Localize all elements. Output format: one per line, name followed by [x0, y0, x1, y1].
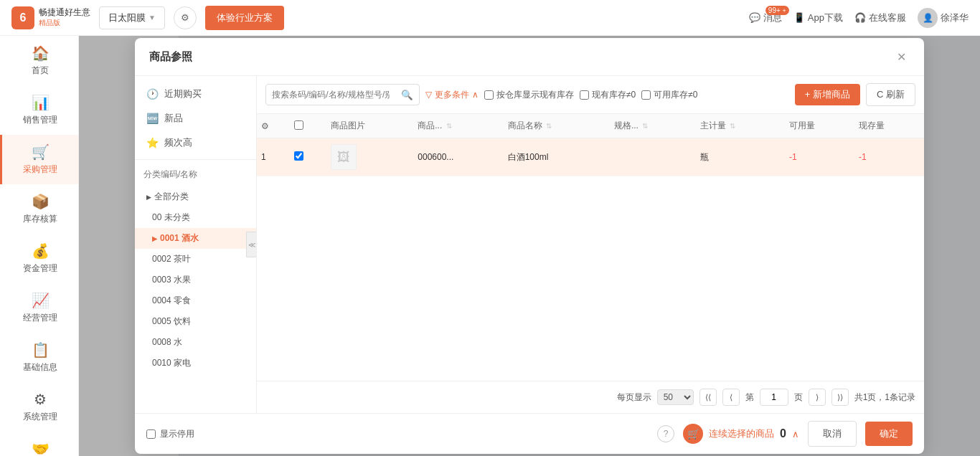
active-arrow-icon: ▶ [152, 235, 157, 242]
category-tree: ▶ 全部分类 00 未分类 ▶ 0001 酒水 0002 茶 [135, 184, 256, 376]
sales-icon: 📊 [32, 94, 50, 111]
recent-icon: 🕐 [146, 88, 159, 100]
message-badge: 99+ + [765, 6, 789, 15]
pagination-bar: 每页显示 50 100 200 ⟨⟨ ⟨ 第 页 ⟩ [257, 381, 924, 413]
category-00[interactable]: 00 未分类 [135, 207, 256, 228]
sidebar-item-enterprise[interactable]: 🤝 企业协同 [0, 432, 78, 456]
row-spec-cell [610, 138, 696, 176]
category-0003[interactable]: 0003 水果 [135, 270, 256, 290]
logo-badge: 精品版 [39, 18, 90, 28]
sidebar-item-finance[interactable]: 💰 资金管理 [0, 234, 78, 283]
finance-icon: 💰 [32, 242, 50, 260]
category-0010[interactable]: 0010 家电 [135, 353, 256, 374]
checkbox-stock-input[interactable] [580, 90, 589, 100]
select-all-checkbox[interactable] [294, 120, 303, 130]
add-product-button[interactable]: + 新增商品 [795, 84, 860, 105]
row-available-cell: -1 [785, 138, 854, 176]
col-available-header[interactable]: 可用量 [785, 114, 854, 138]
message-item[interactable]: 💬 消息 99+ + [749, 11, 782, 24]
logo-text: 畅捷通好生意 [39, 7, 90, 19]
basic-info-icon: 📋 [32, 341, 50, 358]
modal-body: 🕐 近期购买 🆕 新品 ⭐ 频次高 [135, 76, 924, 413]
page-number-input[interactable] [760, 389, 788, 406]
experience-button[interactable]: 体验行业方案 [205, 6, 284, 30]
system-icon: ⚙ [34, 391, 47, 408]
help-icon[interactable]: ? [657, 425, 674, 442]
arrow-icon: ▶ [146, 194, 151, 201]
product-table: ⚙ 商品图片 [257, 114, 924, 176]
col-spec-header[interactable]: 规格... ⇅ [610, 114, 696, 138]
modal-close-button[interactable]: ✕ [892, 48, 910, 65]
enterprise-icon: 🤝 [32, 440, 50, 456]
next-page-btn[interactable]: ⟩ [809, 389, 826, 406]
show-disabled-checkbox[interactable] [146, 429, 156, 439]
left-panel-collapse-btn[interactable]: ≪ [246, 232, 257, 257]
content-area: 查询 设置 刷新 商品参照 ✕ 🕐 [79, 36, 980, 456]
nav-right: 💬 消息 99+ + 📱 App下载 🎧 在线客服 👤 徐泽华 [749, 8, 969, 28]
sidebar-item-basic-info[interactable]: 📋 基础信息 [0, 333, 78, 382]
user-item[interactable]: 👤 徐泽华 [918, 8, 969, 28]
category-0002[interactable]: 0002 茶叶 [135, 249, 256, 270]
sidebar-item-purchase[interactable]: 🛒 采购管理 [0, 135, 78, 184]
sidebar-item-sales[interactable]: 📊 销售管理 [0, 85, 78, 135]
col-settings: ⚙ [257, 114, 290, 138]
refresh-button[interactable]: C 刷新 [866, 83, 915, 106]
new-product-item[interactable]: 🆕 新品 [135, 106, 256, 130]
modal-overlay: 商品参照 ✕ 🕐 近期购买 🆕 新品 [79, 36, 980, 456]
store-dropdown[interactable]: 日太阳膜 ▼ [99, 6, 165, 29]
last-page-btn[interactable]: ⟩⟩ [831, 389, 849, 406]
main-layout: 🏠 首页 📊 销售管理 🛒 采购管理 📦 库存核算 💰 资金管理 📈 经营管理 … [0, 36, 980, 456]
modal-title: 商品参照 [149, 50, 192, 64]
prev-page-btn[interactable]: ⟨ [722, 389, 740, 406]
category-0008[interactable]: 0008 水 [135, 332, 256, 353]
sort-spec-icon: ⇅ [642, 122, 648, 130]
logo-area: 6 畅捷通好生意 精品版 [11, 6, 90, 29]
avatar: 👤 [918, 8, 938, 28]
category-search-input[interactable] [143, 169, 251, 179]
row-checkbox[interactable] [294, 151, 303, 161]
cart-collapse-btn[interactable]: ∧ [792, 429, 799, 440]
inventory-icon: 📦 [32, 193, 50, 210]
top-nav: 6 畅捷通好生意 精品版 日太阳膜 ▼ ⚙ 体验行业方案 💬 消息 99+ + … [0, 0, 980, 36]
col-settings-icon[interactable]: ⚙ [261, 121, 269, 131]
col-unit-header[interactable]: 主计量 ⇅ [696, 114, 785, 138]
checkbox-available-input[interactable] [641, 90, 651, 100]
table-row[interactable]: 1 🖼 000600... 白酒100ml [257, 138, 924, 176]
col-name-header[interactable]: 商品名称 ⇅ [504, 114, 610, 138]
category-0004[interactable]: 0004 零食 [135, 290, 256, 311]
filter-button[interactable]: ▽ 更多条件 ∧ [425, 89, 479, 101]
sort-name-icon: ⇅ [546, 122, 552, 130]
home-icon: 🏠 [32, 44, 50, 62]
cart-icon: 🛒 [683, 424, 703, 444]
frequent-item[interactable]: ⭐ 频次高 [135, 130, 256, 155]
settings-icon[interactable]: ⚙ [174, 6, 197, 29]
sidebar-item-system[interactable]: ⚙ 系统管理 [0, 382, 78, 432]
col-stock-header[interactable]: 现存量 [854, 114, 924, 138]
recent-purchase-item[interactable]: 🕐 近期购买 [135, 82, 256, 106]
category-0001[interactable]: ▶ 0001 酒水 [135, 228, 256, 249]
business-icon: 📈 [32, 292, 50, 309]
row-stock-cell: -1 [854, 138, 924, 176]
category-0005[interactable]: 0005 饮料 [135, 311, 256, 332]
sidebar-item-business[interactable]: 📈 经营管理 [0, 283, 78, 333]
product-search-input[interactable] [266, 87, 395, 103]
sidebar-item-home[interactable]: 🏠 首页 [0, 36, 78, 85]
cancel-button[interactable]: 取消 [808, 421, 857, 447]
online-service-item[interactable]: 🎧 在线客服 [854, 11, 906, 24]
left-panel: 🕐 近期购买 🆕 新品 ⭐ 频次高 [135, 76, 257, 413]
sort-icon: ⇅ [446, 122, 452, 130]
sort-unit-icon: ⇅ [730, 122, 735, 130]
checkbox-warehouse-input[interactable] [484, 90, 494, 100]
app-download-item[interactable]: 📱 App下载 [793, 11, 843, 24]
per-page-select[interactable]: 50 100 200 [657, 389, 694, 405]
right-panel: 🔍 ▽ 更多条件 ∧ 按仓库显示现有库存 [257, 76, 924, 413]
table-wrap: ⚙ 商品图片 [257, 114, 924, 381]
sidebar-item-inventory[interactable]: 📦 库存核算 [0, 184, 78, 234]
confirm-button[interactable]: 确定 [865, 422, 913, 446]
message-icon: 💬 [749, 12, 760, 23]
search-button[interactable]: 🔍 [395, 87, 419, 103]
col-code-header[interactable]: 商品... ⇅ [413, 114, 503, 138]
category-all[interactable]: ▶ 全部分类 [135, 186, 256, 207]
first-page-btn[interactable]: ⟨⟨ [699, 389, 717, 406]
row-checkbox-cell [290, 138, 326, 176]
